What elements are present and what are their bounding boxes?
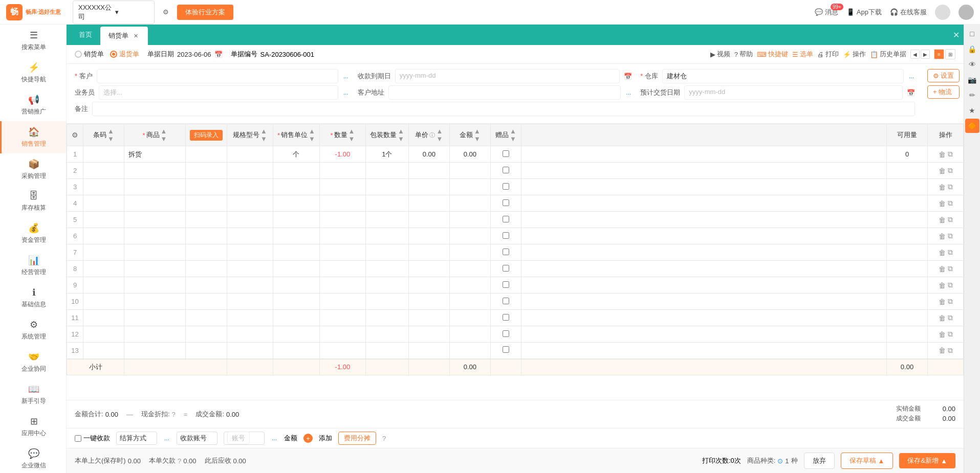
date-value[interactable]: 2023-06-06 [177, 51, 211, 58]
row-qty[interactable] [319, 294, 365, 310]
remark-input[interactable] [92, 102, 915, 116]
calc-method-select[interactable]: 结算方式 [116, 432, 157, 445]
row-amount[interactable] [449, 163, 490, 179]
copy-icon[interactable]: ⧉ [948, 232, 953, 240]
address-ellipsis[interactable]: ... [625, 89, 632, 96]
expense-help-icon[interactable]: ? [382, 435, 386, 442]
salesperson-ellipsis[interactable]: ... [342, 89, 350, 96]
delivery-calendar-icon[interactable]: 📅 [907, 89, 915, 97]
save-draft-button[interactable]: 保存草稿 ▲ [841, 453, 894, 469]
row-amount[interactable] [449, 310, 490, 326]
list-view-icon[interactable]: ≡ [934, 49, 944, 59]
row-unit[interactable] [273, 179, 320, 195]
row-gift[interactable] [490, 261, 521, 277]
row-barcode[interactable] [83, 228, 124, 244]
trial-button[interactable]: 体验行业方案 [177, 5, 233, 20]
sidebar-item-enterprise[interactable]: 🤝 企业协同 [0, 346, 66, 378]
row-gift[interactable] [490, 212, 521, 228]
customer-ellipsis[interactable]: ... [342, 73, 350, 80]
row-qty[interactable] [319, 212, 365, 228]
gift-checkbox[interactable] [503, 281, 509, 288]
row-unit[interactable] [273, 326, 320, 343]
row-spec[interactable] [227, 310, 273, 326]
message-item[interactable]: 💬 消息 99+ [815, 8, 838, 17]
sidebar-item-operations[interactable]: 📊 经营管理 [0, 250, 66, 282]
row-spec[interactable] [227, 326, 273, 343]
gift-checkbox[interactable] [503, 232, 509, 239]
row-pack-qty[interactable] [365, 212, 408, 228]
delete-icon[interactable]: 🗑 [939, 232, 946, 240]
row-gift[interactable] [490, 195, 521, 212]
row-qty[interactable]: -1.00 [319, 146, 365, 163]
radio-sales-order[interactable]: 销货单 [75, 50, 104, 59]
row-price[interactable] [408, 343, 449, 359]
row-amount[interactable] [449, 195, 490, 212]
help-action[interactable]: ? 帮助 [734, 50, 753, 59]
th-scan[interactable]: 扫码录入 [186, 124, 227, 146]
copy-icon[interactable]: ⧉ [948, 199, 953, 208]
gift-checkbox[interactable] [503, 330, 509, 337]
row-spec[interactable] [227, 146, 273, 163]
row-gift[interactable] [490, 146, 521, 163]
row-price[interactable] [408, 310, 449, 326]
row-price[interactable] [408, 294, 449, 310]
sidebar-item-system[interactable]: ⚙ 系统管理 [0, 314, 66, 346]
row-pack-qty[interactable] [365, 310, 408, 326]
salesperson-input[interactable]: 选择... [99, 85, 338, 100]
delete-icon[interactable]: 🗑 [939, 346, 946, 354]
delete-icon[interactable]: 🗑 [939, 249, 946, 257]
copy-icon[interactable]: ⧉ [948, 150, 953, 159]
row-gift[interactable] [490, 294, 521, 310]
row-product[interactable] [124, 343, 186, 359]
account-no-input[interactable]: 账号 [224, 432, 265, 445]
row-amount[interactable] [449, 179, 490, 195]
row-spec[interactable] [227, 212, 273, 228]
row-product[interactable] [124, 163, 186, 179]
gift-checkbox[interactable] [503, 249, 509, 255]
row-gift[interactable] [490, 163, 521, 179]
row-amount[interactable] [449, 261, 490, 277]
row-unit[interactable] [273, 277, 320, 294]
row-barcode[interactable] [83, 163, 124, 179]
delete-icon[interactable]: 🗑 [939, 281, 946, 289]
row-gift[interactable] [490, 277, 521, 294]
row-price[interactable] [408, 261, 449, 277]
row-amount[interactable] [449, 277, 490, 294]
tab-close-icon[interactable]: ✕ [132, 32, 140, 40]
sidebar-item-quick-nav[interactable]: ⚡ 快捷导航 [0, 57, 66, 89]
sidebar-item-finance[interactable]: 💰 资金管理 [0, 217, 66, 250]
app-download-item[interactable]: 📱 App下载 [846, 8, 882, 17]
copy-icon[interactable]: ⧉ [948, 281, 953, 289]
row-spec[interactable] [227, 261, 273, 277]
right-tool-5[interactable]: ✏ [965, 88, 979, 102]
row-spec[interactable] [227, 228, 273, 244]
row-unit[interactable] [273, 343, 320, 359]
gift-checkbox[interactable] [503, 298, 509, 304]
row-amount[interactable] [449, 212, 490, 228]
gift-checkbox[interactable] [503, 150, 509, 157]
row-qty[interactable] [319, 343, 365, 359]
gift-checkbox[interactable] [503, 183, 509, 190]
row-pack-qty[interactable] [365, 261, 408, 277]
video-action[interactable]: ▶ 视频 [710, 50, 730, 59]
row-unit[interactable]: 个 [273, 146, 320, 163]
row-price[interactable] [408, 179, 449, 195]
row-pack-qty[interactable] [365, 228, 408, 244]
sidebar-item-wechat[interactable]: 💬 企业微信 [0, 443, 66, 473]
history-action[interactable]: 📋 历史单据 [870, 50, 906, 59]
right-tool-3[interactable]: 👁 [965, 57, 979, 72]
delete-icon[interactable]: 🗑 [939, 314, 946, 322]
grid-view-icon[interactable]: ⊞ [945, 49, 955, 59]
sidebar-item-marketing[interactable]: 📢 营销推广 [0, 89, 66, 121]
row-qty[interactable] [319, 326, 365, 343]
row-spec[interactable] [227, 277, 273, 294]
row-pack-qty[interactable] [365, 195, 408, 212]
row-product[interactable]: 拆货 [124, 146, 186, 163]
row-pack-qty[interactable] [365, 326, 408, 343]
online-service-item[interactable]: 🎧 在线客服 [890, 8, 927, 17]
row-price[interactable] [408, 326, 449, 343]
row-product[interactable] [124, 195, 186, 212]
row-barcode[interactable] [83, 179, 124, 195]
right-tool-1[interactable]: □ [965, 27, 979, 41]
row-unit[interactable] [273, 261, 320, 277]
